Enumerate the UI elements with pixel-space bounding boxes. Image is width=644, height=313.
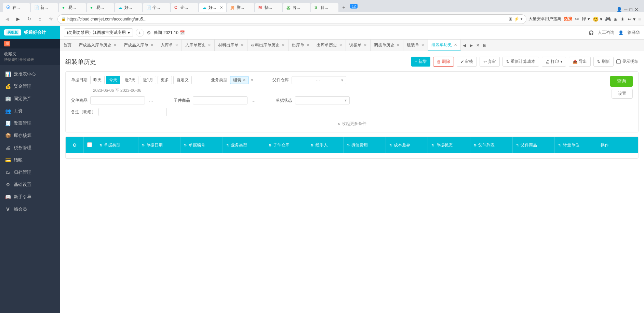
table-settings-th[interactable]: ⚙ <box>66 137 84 153</box>
parent-warehouse-select[interactable]: ··· ▾ <box>292 76 346 84</box>
tab-menu-btn[interactable]: ⊞ <box>481 43 488 48</box>
delete-button[interactable]: 🗑 删除 <box>433 57 454 67</box>
undo-icon[interactable]: ↩ ▾ <box>628 16 635 22</box>
query-button[interactable]: 查询 <box>610 76 633 87</box>
page-tab-11[interactable]: 组装单 ✕ <box>403 40 428 51</box>
new-tab-button[interactable]: + <box>339 3 349 12</box>
browser-tab-4[interactable]: ● 易... <box>87 3 114 12</box>
page-tab-close-5[interactable]: ✕ <box>241 43 244 47</box>
browser-tab-5[interactable]: ☁ 好... <box>115 3 142 12</box>
window-close-button[interactable]: ✕ <box>634 7 639 12</box>
browser-tab-8[interactable]: ☁ 好... ✕ <box>199 3 226 12</box>
th-bill-status[interactable]: ⇅ 单据状态 <box>428 137 470 153</box>
sidebar-item-tax[interactable]: 🖨 税务管理 <box>0 142 60 154</box>
date-btn-today[interactable]: 今天 <box>106 76 120 84</box>
sidebar-item-archive[interactable]: 🗂 归档管理 <box>0 166 60 179</box>
new-button[interactable]: + 新增 <box>411 57 430 67</box>
sidebar-item-payroll[interactable]: 👥 工资 <box>0 105 60 117</box>
page-tab-close-1[interactable]: ✕ <box>113 43 117 47</box>
sidebar-item-fund-mgmt[interactable]: 💰 资金管理 <box>0 80 60 93</box>
page-tab-close-10[interactable]: ✕ <box>397 43 400 47</box>
page-tab-close-2[interactable]: ✕ <box>150 43 153 47</box>
th-handler[interactable]: ⇅ 经手人 <box>307 137 344 153</box>
th-child-warehouse[interactable]: ⇅ 子件仓库 <box>265 137 307 153</box>
recalculate-button[interactable]: ↻ 重新计算成本 <box>502 57 539 67</box>
emoji-icon[interactable]: 😊 ▾ <box>593 16 602 22</box>
page-tab-7[interactable]: 出库单 ✕ <box>289 40 313 51</box>
remark-input[interactable] <box>98 108 167 116</box>
sidebar-item-checkout[interactable]: 💳 结账 <box>0 154 60 166</box>
th-biz-type[interactable]: ⇅ 业务类型 <box>223 137 265 153</box>
th-parent-goods[interactable]: ⇅ 父件商品 <box>512 137 555 153</box>
child-goods-ellipsis[interactable]: ... <box>250 98 257 103</box>
browser-tab-7[interactable]: C 企... <box>171 3 198 12</box>
child-goods-input[interactable] <box>193 96 247 104</box>
settings-query-button[interactable]: 设置 <box>612 89 633 99</box>
page-tab-12[interactable]: 组装单历史 ✕ <box>428 40 461 51</box>
print-button[interactable]: 🖨 打印 <box>542 57 566 67</box>
browser-tab-11[interactable]: 各 各... <box>283 3 310 12</box>
table-checkbox-th[interactable] <box>84 137 96 153</box>
add-company-button[interactable]: + <box>136 29 144 37</box>
refresh-button[interactable]: ↻ 刷新 <box>593 57 614 67</box>
sidebar-bookmark-section[interactable]: 收藏夹 快捷键打开收藏夹 <box>0 48 60 65</box>
browser-tab-6[interactable]: 📄 个... <box>143 3 170 12</box>
export-button[interactable]: 📤 导出 <box>569 57 591 67</box>
address-bar[interactable]: 🔒 https://cloud.chanjet.com/accounting/u… <box>57 14 526 24</box>
brightness-icon[interactable]: ☀ <box>620 16 625 22</box>
extension-icon[interactable]: ⚡ <box>514 16 519 22</box>
bill-status-select[interactable]: ▾ <box>295 96 350 104</box>
page-tab-close-9[interactable]: ✕ <box>364 43 367 47</box>
menu-icon[interactable]: ≡ <box>638 16 641 22</box>
username-text[interactable]: 徐泽华 <box>628 30 640 35</box>
browser-tab-12[interactable]: S 目... <box>311 3 338 12</box>
company-selector[interactable]: (勿删勿禁用）江西服宝测试专用 ▾ <box>64 28 133 37</box>
page-tab-close-7[interactable]: ✕ <box>306 43 309 47</box>
page-tab-5[interactable]: 材料出库单 ✕ <box>215 40 247 51</box>
sidebar-item-settings[interactable]: ⚙ 基础设置 <box>0 179 60 191</box>
page-tab-1[interactable]: 产成品入库单历史 ✕ <box>75 40 120 51</box>
game-icon[interactable]: 🎮 <box>605 16 611 22</box>
browser-tab-close-8[interactable]: ✕ <box>220 5 223 10</box>
th-bill-type[interactable]: ⇅ 单据类型 <box>96 137 138 153</box>
scissors-icon[interactable]: ✂ <box>575 16 579 22</box>
page-tab-close-3[interactable]: ✕ <box>175 43 178 47</box>
th-bill-no[interactable]: ⇅ 单据编号 <box>180 137 223 153</box>
page-tab-10[interactable]: 调拨单历史 ✕ <box>371 40 403 51</box>
window-maximize-button[interactable]: □ <box>630 7 632 12</box>
page-tab-close-11[interactable]: ✕ <box>421 43 424 47</box>
show-detail-checkbox[interactable] <box>616 59 621 64</box>
sidebar-item-guide[interactable]: 📖 新手引导 <box>0 191 60 203</box>
review-button[interactable]: ✔ 审核 <box>457 57 477 67</box>
browser-tab-2[interactable]: 📄 新... <box>31 3 58 12</box>
page-tab-close-6[interactable]: ✕ <box>282 43 285 47</box>
page-tab-home[interactable]: 首页 <box>60 40 75 51</box>
page-tab-close-4[interactable]: ✕ <box>208 43 211 47</box>
page-tab-3[interactable]: 入库单 ✕ <box>157 40 182 51</box>
tab-scroll-left-btn[interactable]: ◀ <box>461 43 468 48</box>
page-tab-close-8[interactable]: ✕ <box>339 43 342 47</box>
th-bill-date[interactable]: ⇅ 单据日期 <box>138 137 180 153</box>
date-btn-1month[interactable]: 近1月 <box>140 76 157 84</box>
show-detail-checkbox-label[interactable]: 显示明细 <box>616 59 639 65</box>
th-disassemble-fee[interactable]: ⇅ 拆装费用 <box>343 137 386 153</box>
reload-button[interactable]: ↻ <box>25 15 33 24</box>
address-dropdown-icon[interactable]: ▾ <box>521 17 523 21</box>
page-tab-8[interactable]: 出库单历史 ✕ <box>313 40 346 51</box>
qr-code-icon[interactable]: ⊞ <box>509 16 512 22</box>
page-tab-close-12[interactable]: ✕ <box>454 43 457 47</box>
tab-scroll-right-btn[interactable]: ▶ <box>468 43 474 48</box>
biz-type-chip-close[interactable]: ✕ <box>243 78 246 82</box>
window-profile-icon[interactable]: 👤 <box>616 7 622 12</box>
th-cost-diff[interactable]: ⇅ 成本差异 <box>386 137 428 153</box>
page-tab-6[interactable]: 材料出库单历史 ✕ <box>247 40 289 51</box>
sidebar-item-cloud-report[interactable]: 📊 云报表中心 <box>0 68 60 80</box>
browser-tab-10[interactable]: M 畅... <box>255 3 282 12</box>
collapse-filter-button[interactable]: ∧ 收起更多条件 <box>71 119 633 128</box>
sidebar-item-invoice[interactable]: 🧾 发票管理 <box>0 117 60 129</box>
forward-button[interactable]: ▶ <box>14 15 23 24</box>
sidebar-item-fixed-assets[interactable]: 🏢 固定资产 <box>0 93 60 105</box>
page-tab-9[interactable]: 调拨单 ✕ <box>346 40 371 51</box>
period-selector[interactable]: 账期 2021-10 📅 <box>154 30 185 35</box>
translate-icon[interactable]: 译 ▾ <box>582 16 590 22</box>
